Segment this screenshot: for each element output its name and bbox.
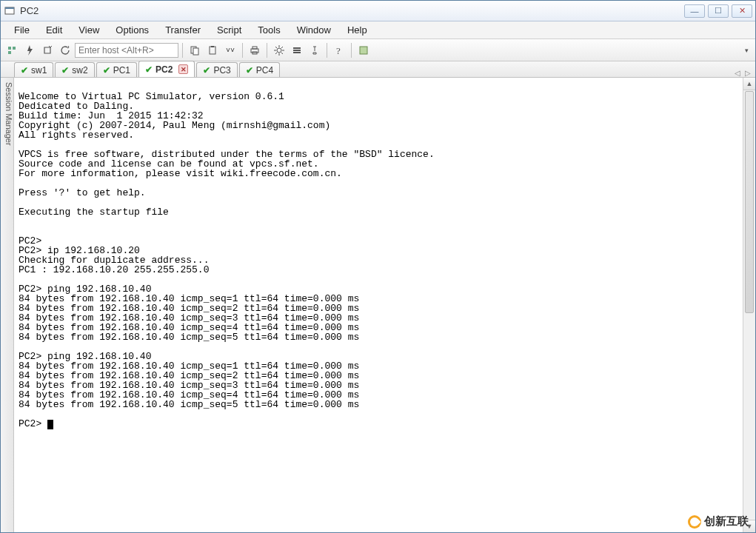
toolbar-separator <box>327 43 327 58</box>
terminal-pane: Welcome to Virtual PC Simulator, version… <box>14 78 755 532</box>
svg-rect-21 <box>293 47 301 49</box>
window-title: PC2 <box>20 5 684 16</box>
svg-line-19 <box>281 47 283 48</box>
scrollbar[interactable]: ▲ ▼ <box>743 78 755 532</box>
tab-close-icon[interactable]: ✕ <box>178 64 188 74</box>
svg-rect-6 <box>193 48 198 55</box>
svg-rect-10 <box>252 47 257 49</box>
minimize-button[interactable]: — <box>684 4 705 18</box>
session-manager-icon[interactable] <box>4 42 20 58</box>
terminal-cursor <box>47 420 53 429</box>
watermark-logo-icon <box>688 515 701 529</box>
menu-view[interactable]: View <box>71 23 107 37</box>
watermark-text: 创新互联 <box>704 514 749 529</box>
svg-line-18 <box>281 53 283 54</box>
tab-label: sw2 <box>72 65 87 76</box>
tab-pc2[interactable]: ✔PC2✕ <box>138 61 195 77</box>
tab-label: PC1 <box>113 65 130 76</box>
script-icon[interactable] <box>355 42 372 58</box>
tab-label: PC3 <box>213 65 230 76</box>
connected-icon: ✔ <box>103 65 110 76</box>
tab-label: sw1 <box>31 65 47 76</box>
tab-sw1[interactable]: ✔sw1 <box>14 62 53 77</box>
tab-label: PC4 <box>256 65 273 76</box>
scroll-thumb[interactable] <box>745 91 754 313</box>
session-tabbar: ✔sw1 ✔sw2 ✔PC1 ✔PC2✕ ✔PC3 ✔PC4 ◁ ▷ <box>1 61 755 78</box>
svg-line-20 <box>275 53 277 54</box>
menu-window[interactable]: Window <box>290 23 338 37</box>
window-controls: — ☐ ✕ <box>684 4 752 18</box>
settings-icon[interactable] <box>271 42 287 58</box>
tab-pc3[interactable]: ✔PC3 <box>196 62 237 77</box>
close-button[interactable]: ✕ <box>732 4 752 18</box>
menu-options[interactable]: Options <box>108 23 156 37</box>
body: Session Manager Welcome to Virtual PC Si… <box>1 78 755 532</box>
connected-icon: ✔ <box>203 65 210 76</box>
svg-rect-3 <box>13 47 16 50</box>
titlebar[interactable]: PC2 — ☐ ✕ <box>1 1 755 21</box>
toolbar-separator <box>242 43 243 58</box>
svg-rect-1 <box>5 7 14 9</box>
svg-rect-2 <box>8 47 11 50</box>
host-input[interactable] <box>75 43 178 58</box>
print-icon[interactable] <box>247 42 263 58</box>
find-icon[interactable] <box>222 42 238 58</box>
svg-rect-25 <box>360 47 367 54</box>
watermark: 创新互联 <box>688 514 749 529</box>
toolbar-separator <box>267 43 267 58</box>
svg-point-12 <box>277 48 281 53</box>
menu-help[interactable]: Help <box>340 23 375 37</box>
menu-file[interactable]: File <box>7 23 37 37</box>
app-window: PC2 — ☐ ✕ File Edit View Options Transfe… <box>0 0 756 533</box>
connected-icon: ✔ <box>21 65 28 76</box>
paste-icon[interactable] <box>204 42 221 58</box>
svg-rect-23 <box>293 52 301 53</box>
connected-icon: ✔ <box>246 65 253 76</box>
copy-icon[interactable] <box>187 42 203 58</box>
toolbar-separator <box>351 43 352 58</box>
svg-line-17 <box>275 47 277 48</box>
reconnect-all-icon[interactable] <box>57 42 73 58</box>
toolbar-separator <box>182 43 183 58</box>
toolbar: ? ▾ <box>1 39 755 61</box>
menu-script[interactable]: Script <box>210 23 249 37</box>
session-options-icon[interactable] <box>289 42 305 58</box>
scroll-up-icon[interactable]: ▲ <box>743 78 755 90</box>
menu-edit[interactable]: Edit <box>39 23 70 37</box>
app-icon <box>4 5 16 17</box>
svg-rect-4 <box>8 51 11 54</box>
help-icon[interactable]: ? <box>331 42 347 58</box>
tab-label: PC2 <box>155 64 173 75</box>
menu-tools[interactable]: Tools <box>250 23 287 37</box>
connected-icon: ✔ <box>145 64 153 75</box>
toolbar-overflow-icon[interactable]: ▾ <box>745 47 752 54</box>
tab-sw2[interactable]: ✔sw2 <box>55 62 94 77</box>
svg-rect-8 <box>211 46 214 47</box>
terminal-output[interactable]: Welcome to Virtual PC Simulator, version… <box>14 78 743 532</box>
keyword-icon[interactable] <box>307 42 323 58</box>
svg-rect-7 <box>210 47 215 54</box>
tab-prev-icon[interactable]: ◁ <box>735 69 740 77</box>
connected-icon: ✔ <box>61 65 69 76</box>
menu-transfer[interactable]: Transfer <box>158 23 208 37</box>
svg-text:?: ? <box>336 45 341 56</box>
tab-next-icon[interactable]: ▷ <box>745 69 751 77</box>
reconnect-icon[interactable] <box>39 42 56 58</box>
maximize-button[interactable]: ☐ <box>708 4 729 18</box>
tab-pc1[interactable]: ✔PC1 <box>96 62 137 77</box>
session-manager-strip[interactable]: Session Manager <box>1 78 14 532</box>
svg-rect-22 <box>293 50 301 51</box>
menubar: File Edit View Options Transfer Script T… <box>1 21 755 39</box>
quick-connect-icon[interactable] <box>21 42 38 58</box>
tab-nav: ◁ ▷ <box>735 69 755 77</box>
tab-pc4[interactable]: ✔PC4 <box>239 62 280 77</box>
